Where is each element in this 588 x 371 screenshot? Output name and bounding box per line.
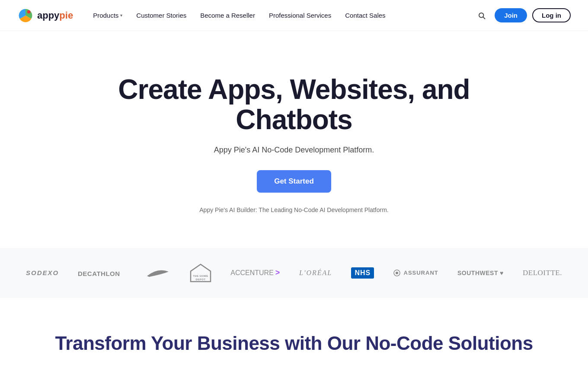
nav-customer-stories[interactable]: Customer Stories — [130, 8, 192, 22]
logo-homedepot: THE HOME DEPOT — [190, 263, 211, 282]
login-button[interactable]: Log in — [532, 8, 571, 22]
hero-section: Create Apps, Websites, and Chatbots Appy… — [99, 31, 489, 248]
logo-sodexo: sodexo — [26, 269, 59, 276]
search-icon — [478, 12, 486, 19]
svg-line-3 — [483, 17, 485, 19]
logo-deloitte: Deloitte. — [523, 269, 562, 277]
nav-professional-services[interactable]: Professional Services — [263, 8, 337, 22]
svg-text:DECATHLON: DECATHLON — [78, 270, 120, 277]
logos-strip: sodexo DECATHLON THE HOME DEPOT accentur… — [0, 248, 588, 298]
logo-nhs: NHS — [351, 267, 374, 279]
svg-point-1 — [27, 10, 31, 13]
navbar: appypie Products ▾ Customer Stories Beco… — [0, 0, 588, 31]
logo[interactable]: appypie — [17, 7, 73, 24]
logo-southwest: Southwest♥ — [457, 270, 504, 276]
chevron-down-icon: ▾ — [120, 13, 122, 18]
transform-title: Transform Your Business with Our No-Code… — [17, 333, 571, 354]
nav-left: appypie Products ▾ Customer Stories Beco… — [17, 7, 392, 24]
nav-become-reseller[interactable]: Become a Reseller — [194, 8, 261, 22]
get-started-button[interactable]: Get Started — [257, 170, 331, 193]
logo-nike — [145, 266, 171, 279]
svg-point-9 — [396, 272, 398, 274]
hero-tagline: Appy Pie's AI Builder: The Leading No-Co… — [117, 206, 471, 213]
logo-decathlon: DECATHLON — [78, 266, 125, 279]
nav-contact-sales[interactable]: Contact Sales — [339, 8, 391, 22]
hero-title: Create Apps, Websites, and Chatbots — [117, 74, 471, 135]
nav-right: Join Log in — [474, 8, 571, 23]
hero-subtitle: Appy Pie's AI No-Code Development Platfo… — [117, 146, 471, 155]
join-button[interactable]: Join — [495, 8, 527, 22]
nav-links: Products ▾ Customer Stories Become a Res… — [87, 8, 391, 22]
logo-text: appypie — [37, 10, 73, 21]
transform-section: Transform Your Business with Our No-Code… — [0, 298, 588, 371]
svg-text:DEPOT: DEPOT — [195, 278, 205, 281]
nav-products[interactable]: Products ▾ — [87, 8, 128, 22]
logo-icon — [17, 7, 34, 24]
logo-loreal: L'ORÉAL — [299, 269, 332, 277]
search-button[interactable] — [474, 8, 489, 23]
logo-assurant: ASSURANT — [393, 270, 438, 276]
logo-accenture: accenture > — [230, 268, 280, 277]
hero-cta-container: Get Started — [117, 170, 471, 203]
svg-text:THE HOME: THE HOME — [193, 275, 208, 277]
